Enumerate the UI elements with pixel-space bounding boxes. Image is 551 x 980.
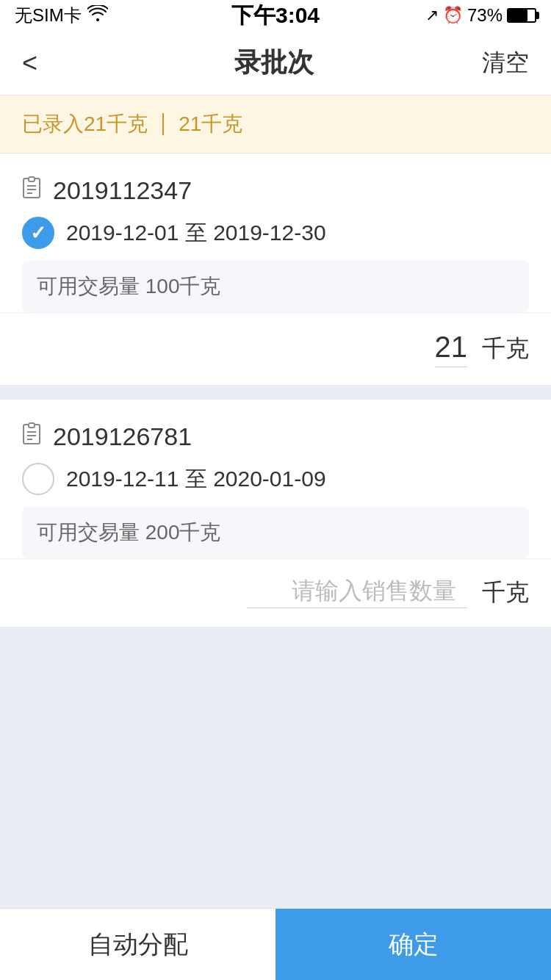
batch2-date-row[interactable]: 2019-12-11 至 2020-01-09 (22, 463, 529, 495)
page-title: 录批次 (234, 45, 314, 81)
battery-label: 73% (467, 5, 503, 26)
nav-bar: < 录批次 清空 (0, 31, 551, 96)
batch2-input-row: 千克 (0, 558, 551, 627)
recorded-label: 已录入21千克 (22, 110, 148, 138)
batch2-icon (22, 422, 46, 451)
batch1-quantity-unit: 千克 (482, 333, 529, 365)
batch1-header: 2019112347 (22, 176, 529, 205)
sales-quantity-input[interactable] (247, 577, 467, 608)
svg-rect-1 (29, 177, 35, 181)
confirm-button[interactable]: 确定 (276, 909, 551, 980)
batch1-icon (22, 176, 46, 205)
batch1-quantity-value[interactable]: 21 (435, 331, 468, 367)
batch-card-1: 2019112347 2019-12-01 至 2019-12-30 可用交易量… (0, 154, 551, 312)
bottom-bar: 自动分配 确定 (0, 908, 551, 980)
recorded-amount: 21千克 (179, 110, 242, 138)
wifi-icon (87, 5, 108, 26)
section-divider (0, 385, 551, 400)
content-area: 2019112347 2019-12-01 至 2019-12-30 可用交易量… (0, 154, 551, 980)
status-left: 无SIM卡 (15, 4, 108, 27)
batch1-id: 2019112347 (53, 176, 192, 205)
batch1-radio[interactable] (22, 217, 54, 249)
status-right: ↗ ⏰ 73% (425, 5, 536, 26)
carrier-label: 无SIM卡 (15, 4, 82, 27)
alarm-icon: ⏰ (443, 6, 463, 25)
status-bar: 无SIM卡 下午3:04 ↗ ⏰ 73% (0, 0, 551, 31)
info-divider (162, 113, 164, 135)
batch2-radio[interactable] (22, 463, 54, 495)
batch2-header: 2019126781 (22, 422, 529, 451)
batch1-date-row[interactable]: 2019-12-01 至 2019-12-30 (22, 217, 529, 249)
back-button[interactable]: < (22, 48, 66, 79)
batch2-avail: 可用交易量 200千克 (22, 507, 529, 558)
batch2-unit: 千克 (482, 577, 529, 609)
batch2-date: 2019-12-11 至 2020-01-09 (66, 464, 326, 494)
info-banner: 已录入21千克 21千克 (0, 96, 551, 154)
batch-card-2: 2019126781 2019-12-11 至 2020-01-09 可用交易量… (0, 400, 551, 558)
location-icon: ↗ (425, 6, 439, 25)
battery-icon (507, 8, 536, 23)
svg-rect-6 (29, 423, 35, 428)
batch2-id: 2019126781 (53, 422, 192, 451)
status-time: 下午3:04 (231, 1, 320, 31)
batch1-quantity-row: 21 千克 (0, 312, 551, 385)
batch1-date: 2019-12-01 至 2019-12-30 (66, 218, 326, 248)
auto-distribute-button[interactable]: 自动分配 (0, 909, 276, 980)
batch1-avail: 可用交易量 100千克 (22, 261, 529, 312)
clear-button[interactable]: 清空 (482, 47, 529, 79)
empty-area (0, 627, 551, 920)
